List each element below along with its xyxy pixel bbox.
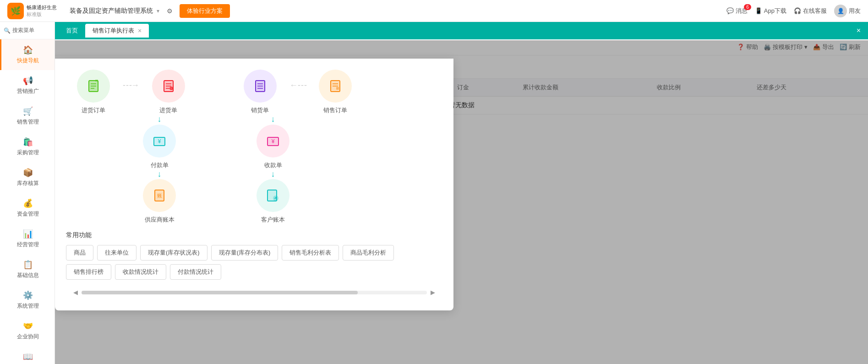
search-menu-btn[interactable]: 🔍 搜索菜单 xyxy=(0,22,55,39)
search-icon: 🔍 xyxy=(4,27,11,34)
scroll-thumb[interactable] xyxy=(82,291,358,294)
sidebar-item-system[interactable]: ⚙️ 系统管理 xyxy=(0,285,55,315)
online-service-btn[interactable]: 🎧 在线客服 xyxy=(794,7,827,15)
system-icon: ⚙️ xyxy=(23,290,33,300)
svg-rect-20 xyxy=(336,87,339,90)
purchase-bill-icon xyxy=(152,70,185,103)
common-btn-stock-dist[interactable]: 现存量(库存分布表) xyxy=(211,245,278,261)
flow-node-sale-bill[interactable]: 销货单 xyxy=(244,70,277,114)
popup-overlay[interactable]: 进货订单 - - -→ 进货单 xyxy=(55,40,868,364)
logo-text: 畅康通好生意 标准版 xyxy=(27,4,57,17)
flow-node-payment[interactable]: ¥ 付款单 xyxy=(143,125,176,169)
sidebar-item-quick-nav[interactable]: 🏠 快捷导航 xyxy=(0,39,55,70)
svg-text:¥: ¥ xyxy=(158,138,161,145)
arrow-sale-order-to-bill: ←- - - xyxy=(289,81,306,90)
common-btn-goods-gross[interactable]: 商品毛利分析 xyxy=(343,245,394,261)
sidebar-item-sales[interactable]: 🛒 销售管理 xyxy=(0,101,55,131)
quick-nav-popup: 进货订单 - - -→ 进货单 xyxy=(55,59,453,310)
inventory-icon: 📦 xyxy=(23,168,33,178)
common-btn-partner[interactable]: 往来单位 xyxy=(97,245,136,261)
service-icon: 🎧 xyxy=(794,7,801,14)
marketing-icon: 📢 xyxy=(23,76,33,86)
avatar: 👤 xyxy=(834,5,847,17)
common-buttons-row-1: 商品 往来单位 现存量(库存状况表) 现存量(库存分布表) 销售毛利分析表 商品… xyxy=(66,245,442,261)
common-btn-stock-status[interactable]: 现存量(库存状况表) xyxy=(140,245,207,261)
common-functions-title: 常用功能 xyxy=(66,231,442,239)
tab-sales-order[interactable]: 销售订单执行表 × xyxy=(85,24,149,38)
arrow-purchase-order-to-bill: - - -→ xyxy=(123,81,139,90)
tab-close-icon[interactable]: × xyxy=(138,27,142,34)
common-btn-payment-stats[interactable]: 付款情况统计 xyxy=(170,264,221,280)
purchase-order-icon xyxy=(77,70,110,103)
flow-node-customer-ledger[interactable]: 客户账本 xyxy=(257,179,289,224)
scroll-left-btn[interactable]: ◀ xyxy=(73,289,78,296)
common-btn-sales-rank[interactable]: 销售排行榜 xyxy=(66,264,111,280)
enterprise-icon: 🤝 xyxy=(23,321,33,331)
sales-icon: 🛒 xyxy=(23,106,33,116)
common-btn-receipt-stats[interactable]: 收款情况统计 xyxy=(115,264,166,280)
receipt-icon: ¥ xyxy=(257,125,289,158)
scroll-right-btn[interactable]: ▶ xyxy=(431,289,435,296)
sidebar-item-basic-info[interactable]: 📋 基础信息 xyxy=(0,254,55,285)
title-dropdown-icon[interactable]: ▾ xyxy=(157,8,159,14)
content-area: 首页 销售订单执行表 × × ❓ 帮助 🖨️ 按模板打印 xyxy=(55,22,868,364)
flow-node-receipt[interactable]: ¥ 收款单 xyxy=(257,125,289,169)
message-btn[interactable]: 💬 消息 6 xyxy=(726,7,748,15)
guide-icon: 📖 xyxy=(23,352,33,362)
operations-icon: 📊 xyxy=(23,229,33,239)
experience-btn[interactable]: 体验行业方案 xyxy=(180,4,230,18)
home-icon: 🏠 xyxy=(23,45,33,55)
sidebar-item-inventory[interactable]: 📦 库存核算 xyxy=(0,162,55,193)
payment-icon: ¥ xyxy=(143,125,176,158)
svg-point-10 xyxy=(169,87,173,90)
app-download-btn[interactable]: 📱 App下载 xyxy=(755,7,786,15)
flow-node-sale-order[interactable]: 销售订单 xyxy=(319,70,352,114)
supplier-ledger-icon: 账 xyxy=(143,179,176,212)
tab-bar: 首页 销售订单执行表 × × xyxy=(55,22,868,39)
sidebar-item-purchase[interactable]: 🛍️ 采购管理 xyxy=(0,131,55,162)
flow-node-purchase-bill[interactable]: 进货单 xyxy=(152,70,185,114)
basic-info-icon: 📋 xyxy=(23,260,33,270)
settings-icon[interactable]: ⚙ xyxy=(163,5,176,17)
tab-home[interactable]: 首页 xyxy=(59,23,85,38)
top-right: 💬 消息 6 📱 App下载 🎧 在线客服 👤 用友 xyxy=(726,5,861,17)
window-close-icon[interactable]: × xyxy=(853,27,864,35)
sale-order-icon xyxy=(319,70,352,103)
scroll-indicator: ◀ ▶ xyxy=(66,285,442,299)
sidebar-item-enterprise[interactable]: 🤝 企业协同 xyxy=(0,315,55,346)
logo-icon: 🌿 xyxy=(7,3,24,19)
system-title: 装备及固定资产辅助管理系统 ▾ ⚙ 体验行业方案 xyxy=(70,4,726,18)
common-btn-sales-gross[interactable]: 销售毛利分析表 xyxy=(282,245,339,261)
logo-area: 🌿 畅康通好生意 标准版 xyxy=(7,3,62,19)
flow-node-supplier-ledger[interactable]: 账 供应商账本 xyxy=(143,179,176,224)
flow-node-purchase-order[interactable]: 进货订单 xyxy=(77,70,110,114)
sidebar-item-guide[interactable]: 📖 新手引导 xyxy=(0,346,55,364)
purchase-icon: 🛍️ xyxy=(23,137,33,147)
common-buttons-row-2: 销售排行榜 收款情况统计 付款情况统计 xyxy=(66,264,442,280)
sidebar-item-finance[interactable]: 💰 资金管理 xyxy=(0,193,55,223)
sale-bill-icon xyxy=(244,70,277,103)
scroll-track xyxy=(82,291,427,294)
sidebar-item-operations[interactable]: 📊 经营管理 xyxy=(0,223,55,254)
sidebar-item-marketing[interactable]: 📢 营销推广 xyxy=(0,70,55,101)
sidebar: 🔍 搜索菜单 🏠 快捷导航 📢 营销推广 🛒 销售管理 🛍️ 采购管理 📦 xyxy=(0,22,55,364)
svg-text:¥: ¥ xyxy=(271,138,275,145)
finance-icon: 💰 xyxy=(23,198,33,208)
common-btn-goods[interactable]: 商品 xyxy=(66,245,93,261)
user-avatar[interactable]: 👤 用友 xyxy=(834,5,861,17)
phone-icon: 📱 xyxy=(755,7,762,14)
customer-ledger-icon xyxy=(257,179,289,212)
common-functions-section: 常用功能 商品 往来单位 现存量(库存状况表) 现存量(库存分布表) 销售毛利分… xyxy=(66,231,442,280)
message-icon: 💬 xyxy=(726,7,734,14)
svg-text:账: 账 xyxy=(157,193,162,198)
